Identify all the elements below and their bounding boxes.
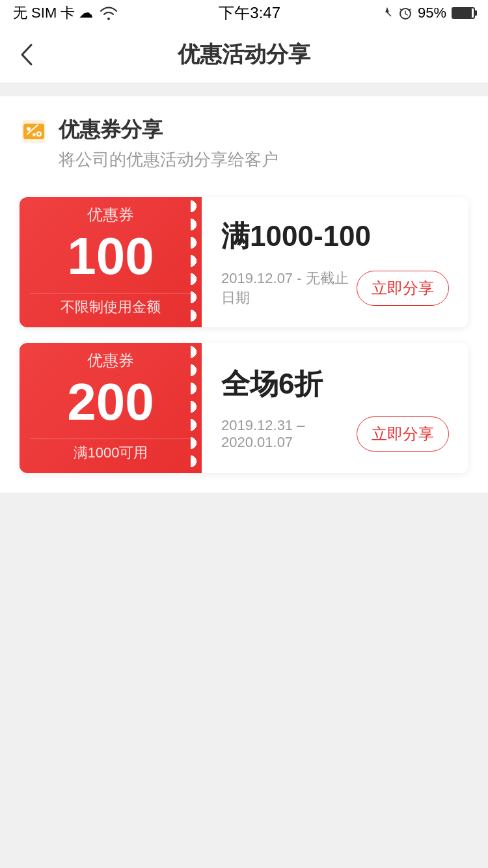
coupon-left-1: 优惠券 100 不限制使用金额 xyxy=(20,197,202,327)
status-left: 无 SIM 卡 ☁ xyxy=(13,3,118,23)
sim-status: 无 SIM 卡 ☁ xyxy=(13,3,93,23)
section-text: 优惠券分享 将公司的优惠活动分享给客户 xyxy=(59,116,278,171)
alarm-icon xyxy=(398,6,413,20)
coupon-date-2: 2019.12.31 – 2020.01.07 xyxy=(221,417,357,451)
section-title: 优惠券分享 xyxy=(59,116,278,144)
coupon-right-2: 全场6折 2019.12.31 – 2020.01.07 立即分享 xyxy=(202,343,468,473)
coupon-name-2: 全场6折 xyxy=(221,365,449,403)
wifi-icon xyxy=(100,6,118,20)
coupon-label-2: 优惠券 xyxy=(87,350,134,371)
coupon-label-1: 优惠券 xyxy=(87,204,134,225)
coupon-right-1: 满1000-100 2019.12.07 - 无截止日期 立即分享 xyxy=(202,197,468,327)
coupon-footer-2: 2019.12.31 – 2020.01.07 立即分享 xyxy=(221,416,449,452)
nav-bar: 优惠活动分享 xyxy=(0,26,488,83)
coupon-left-2: 优惠券 200 满1000可用 xyxy=(20,343,202,473)
status-bar: 无 SIM 卡 ☁ 下午3:47 95% xyxy=(0,0,488,26)
back-button[interactable] xyxy=(20,42,34,67)
battery-percent: 95% xyxy=(418,5,446,21)
location-icon xyxy=(381,6,393,20)
status-time: 下午3:47 xyxy=(219,3,280,23)
share-button-2[interactable]: 立即分享 xyxy=(357,416,449,452)
svg-point-3 xyxy=(27,127,31,131)
coupon-card-1: 优惠券 100 不限制使用金额 满1000-100 2019.12.07 - 无… xyxy=(20,197,468,327)
bottom-empty-area xyxy=(0,493,488,857)
svg-text:★: ★ xyxy=(31,131,37,138)
coupon-condition-2: 满1000可用 xyxy=(30,439,191,467)
coupon-amount-1: 100 xyxy=(67,230,154,282)
section-subtitle: 将公司的优惠活动分享给客户 xyxy=(59,148,278,171)
section-header: ★ 优惠券分享 将公司的优惠活动分享给客户 xyxy=(0,96,488,184)
battery-icon xyxy=(452,7,475,19)
status-right: 95% xyxy=(381,5,475,21)
coupons-list: 优惠券 100 不限制使用金额 满1000-100 2019.12.07 - 无… xyxy=(0,184,488,493)
coupon-condition-1: 不限制使用金额 xyxy=(30,293,191,321)
coupon-share-icon: ★ xyxy=(20,117,48,146)
coupon-footer-1: 2019.12.07 - 无截止日期 立即分享 xyxy=(221,269,449,308)
page-title: 优惠活动分享 xyxy=(178,40,310,70)
top-divider xyxy=(0,83,488,96)
coupon-amount-2: 200 xyxy=(67,376,154,428)
coupon-date-1: 2019.12.07 - 无截止日期 xyxy=(221,269,357,308)
coupon-card-2: 优惠券 200 满1000可用 全场6折 2019.12.31 – 2020.0… xyxy=(20,343,468,473)
share-button-1[interactable]: 立即分享 xyxy=(357,271,449,306)
coupon-name-1: 满1000-100 xyxy=(221,217,449,256)
